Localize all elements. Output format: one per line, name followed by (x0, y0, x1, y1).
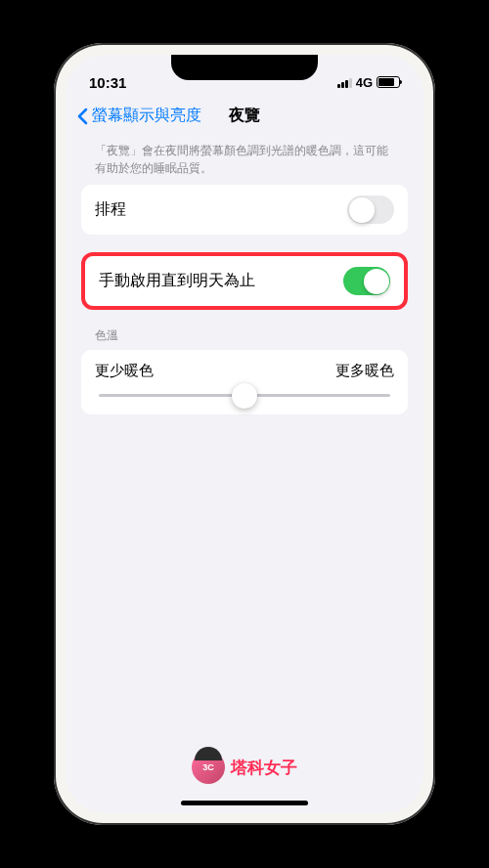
schedule-toggle[interactable] (347, 195, 394, 224)
less-warm-label: 更少暖色 (95, 362, 154, 380)
signal-icon (337, 77, 352, 88)
status-indicators: 4G (337, 75, 400, 90)
back-label: 螢幕顯示與亮度 (92, 106, 201, 126)
page-title: 夜覽 (229, 106, 260, 126)
manual-enable-row[interactable]: 手動啟用直到明天為止 (85, 256, 404, 306)
more-warm-label: 更多暖色 (335, 362, 394, 380)
watermark-text: 塔科女子 (231, 757, 297, 779)
manual-enable-toggle[interactable] (343, 267, 390, 295)
status-time: 10:31 (89, 74, 126, 91)
navigation-bar: 螢幕顯示與亮度 夜覽 (66, 98, 423, 136)
content-area: 「夜覽」會在夜間將螢幕顏色調到光譜的暖色調，這可能有助於您的睡眠品質。 排程 手… (66, 136, 423, 414)
temperature-slider-group: 更少暖色 更多暖色 (81, 350, 408, 414)
phone-frame: 10:31 4G 螢幕顯示與亮度 夜覽 (54, 43, 435, 825)
home-indicator[interactable] (181, 801, 308, 805)
temperature-header: 色溫 (81, 327, 408, 350)
slider-thumb-icon (232, 383, 257, 409)
watermark: 3C 塔科女子 (192, 751, 297, 784)
description-text: 「夜覽」會在夜間將螢幕顏色調到光譜的暖色調，這可能有助於您的睡眠品質。 (81, 136, 408, 185)
schedule-row[interactable]: 排程 (81, 185, 408, 235)
toggle-knob-icon (364, 269, 389, 294)
manual-group: 手動啟用直到明天為止 (85, 256, 404, 306)
manual-enable-label: 手動啟用直到明天為止 (99, 271, 255, 291)
toggle-knob-icon (349, 197, 375, 223)
watermark-avatar-icon: 3C (192, 751, 225, 784)
phone-screen: 10:31 4G 螢幕顯示與亮度 夜覽 (66, 55, 423, 813)
schedule-label: 排程 (95, 199, 126, 220)
chevron-left-icon (77, 108, 88, 125)
notch (171, 55, 318, 80)
temperature-slider[interactable] (99, 394, 390, 397)
back-button[interactable]: 螢幕顯示與亮度 (77, 106, 201, 126)
battery-icon (377, 76, 400, 88)
highlight-annotation: 手動啟用直到明天為止 (81, 252, 408, 310)
schedule-group: 排程 (81, 185, 408, 235)
slider-labels: 更少暖色 更多暖色 (95, 362, 394, 380)
network-label: 4G (356, 75, 373, 90)
